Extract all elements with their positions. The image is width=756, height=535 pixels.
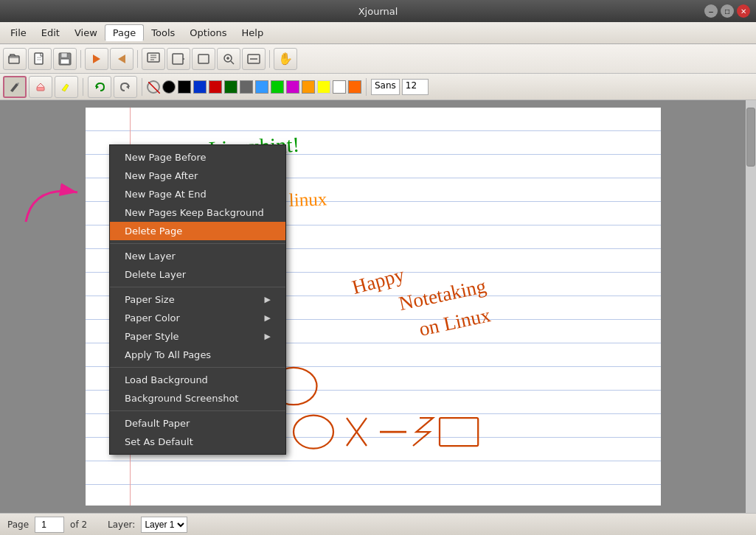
font-name[interactable]: Sans	[371, 79, 400, 95]
color-gray[interactable]	[240, 80, 253, 94]
menu-new-page-after[interactable]: New Page After	[110, 167, 285, 185]
zoom-page-button[interactable]	[142, 48, 165, 70]
hand-tool-button[interactable]: ✋	[274, 48, 297, 70]
page-width-button[interactable]	[192, 48, 215, 70]
svg-line-36	[347, 418, 367, 446]
color-yellow[interactable]	[317, 80, 330, 94]
menu-sep-4	[110, 410, 285, 411]
menu-apply-all-pages[interactable]: Apply To All Pages	[110, 346, 285, 364]
main-area: to Linuxhint! works great on linux Happy…	[0, 100, 756, 513]
svg-marker-24	[126, 85, 129, 89]
arrow-icon-2: ▶	[265, 313, 271, 323]
separator-6	[366, 78, 367, 96]
color-burnt-orange[interactable]	[348, 80, 361, 94]
menubar: File Edit View Page Tools Options Help	[0, 22, 756, 44]
maximize-button[interactable]: □	[721, 4, 734, 18]
layer-label: Layer:	[108, 520, 135, 530]
scrollbar-thumb[interactable]	[746, 108, 755, 167]
menu-edit[interactable]: Edit	[34, 25, 67, 41]
menu-default-paper[interactable]: Default Paper	[110, 414, 285, 433]
page-label: Page	[7, 520, 29, 530]
separator-2	[137, 50, 138, 68]
menu-view[interactable]: View	[67, 25, 105, 41]
menu-new-pages-keep-bg[interactable]: New Pages Keep Background	[110, 203, 285, 222]
menu-paper-size[interactable]: Paper Size ▶	[110, 290, 285, 309]
window-controls: – □ ✕	[704, 4, 750, 18]
menu-set-as-default[interactable]: Set As Default	[110, 433, 285, 451]
svg-text:on Linux: on Linux	[417, 304, 493, 340]
next-page-button[interactable]	[85, 48, 108, 70]
open-button[interactable]	[3, 48, 27, 70]
titlebar: Xjournal – □ ✕	[0, 0, 756, 22]
minimize-button[interactable]: –	[704, 4, 718, 18]
menu-options[interactable]: Options	[182, 25, 234, 41]
menu-new-layer[interactable]: New Layer	[110, 247, 285, 265]
menu-new-page-before[interactable]: New Page Before	[110, 148, 285, 167]
layer-select[interactable]: Layer 1	[141, 517, 187, 533]
menu-paper-style[interactable]: Paper Style ▶	[110, 327, 285, 346]
arrow-icon-3: ▶	[265, 332, 271, 341]
menu-page[interactable]: Page	[105, 24, 144, 41]
zoom-in-button[interactable]	[217, 48, 240, 70]
menu-file[interactable]: File	[3, 25, 34, 41]
pen-tool-button[interactable]	[3, 76, 27, 98]
highlighter-tool-button[interactable]	[55, 76, 78, 98]
eraser-tool-button[interactable]	[29, 76, 52, 98]
menu-delete-layer[interactable]: Delete Layer	[110, 265, 285, 284]
new-button[interactable]	[28, 48, 52, 70]
svg-line-19	[231, 61, 234, 64]
toolbar-main: ✋	[0, 44, 756, 74]
redo-button[interactable]	[114, 76, 137, 98]
svg-marker-7	[93, 55, 100, 63]
svg-rect-22	[37, 87, 44, 91]
menu-sep-2	[110, 287, 285, 287]
svg-rect-1	[35, 53, 43, 64]
page-number-input[interactable]	[35, 517, 64, 533]
separator-5	[142, 78, 142, 96]
close-button[interactable]: ✕	[737, 4, 750, 18]
svg-text:Happy: Happy	[350, 263, 407, 298]
menu-delete-page[interactable]: Delete Page	[110, 222, 285, 240]
font-size[interactable]: 12	[402, 79, 429, 95]
color-blue[interactable]	[255, 80, 268, 94]
menu-paper-color[interactable]: Paper Color ▶	[110, 309, 285, 327]
color-magenta[interactable]	[286, 80, 299, 94]
color-dark-blue[interactable]	[193, 80, 207, 94]
menu-tools[interactable]: Tools	[144, 25, 182, 41]
save-button[interactable]	[53, 48, 77, 70]
undo-button[interactable]	[88, 76, 111, 98]
svg-rect-15	[198, 55, 209, 63]
color-red[interactable]	[209, 80, 222, 94]
menu-load-background[interactable]: Load Background	[110, 371, 285, 389]
svg-line-25	[148, 82, 160, 94]
menu-background-screenshot[interactable]: Background Screenshot	[110, 389, 285, 408]
statusbar: Page of 2 Layer: Layer 1	[0, 513, 756, 535]
color-black-dot[interactable]	[162, 80, 176, 94]
menu-sep-1	[110, 243, 285, 244]
color-green[interactable]	[271, 80, 284, 94]
color-transparent[interactable]	[147, 80, 160, 94]
svg-point-35	[294, 416, 333, 449]
svg-rect-39	[440, 418, 478, 446]
color-dark-green[interactable]	[224, 80, 237, 94]
svg-text:Notetaking: Notetaking	[397, 275, 488, 315]
canvas-area[interactable]: to Linuxhint! works great on linux Happy…	[0, 100, 746, 513]
menu-new-page-at-end[interactable]: New Page At End	[110, 185, 285, 203]
fit-page-button[interactable]	[167, 48, 190, 70]
prev-page-button[interactable]	[110, 48, 133, 70]
toolbar-drawing: Sans 12	[0, 74, 756, 100]
of-pages-label: of 2	[70, 520, 87, 530]
svg-marker-8	[118, 55, 125, 63]
color-orange[interactable]	[302, 80, 315, 94]
zoom-fit-button[interactable]	[242, 48, 266, 70]
app-title: Xjournal	[358, 6, 398, 17]
color-black-square[interactable]	[178, 80, 191, 94]
separator-1	[80, 50, 81, 68]
svg-rect-5	[61, 53, 67, 57]
color-white[interactable]	[333, 80, 346, 94]
svg-rect-6	[60, 59, 69, 64]
separator-3	[269, 50, 270, 68]
page-menu-dropdown: New Page Before New Page After New Page …	[109, 144, 286, 455]
menu-help[interactable]: Help	[235, 25, 271, 41]
vertical-scrollbar[interactable]	[746, 100, 756, 513]
